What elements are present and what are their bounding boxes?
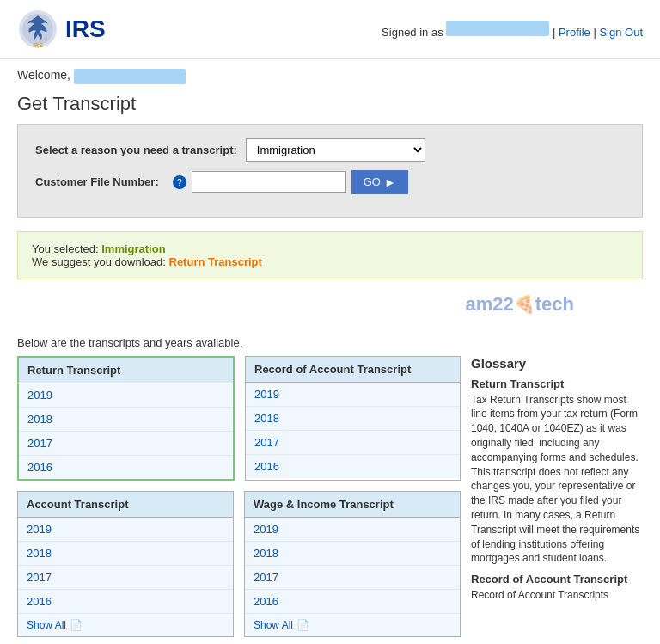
record-of-account-box: Record of Account Transcript 2019 2018 2… [245, 356, 461, 481]
return-transcript-2017[interactable]: 2017 [19, 432, 233, 456]
you-selected-label: You selected: [32, 242, 99, 255]
left-transcript-area: Return Transcript 2019 2018 2017 2016 Re… [17, 356, 461, 637]
record-of-account-2018[interactable]: 2018 [246, 407, 460, 431]
return-transcript-2018[interactable]: 2018 [19, 408, 233, 432]
cfn-input[interactable] [192, 171, 346, 193]
welcome-text: Welcome, [17, 68, 70, 82]
cfn-help-icon[interactable]: ? [173, 175, 186, 189]
cfn-label: Customer File Number: [35, 175, 159, 188]
am22-text: am22 [465, 293, 513, 316]
glossary-section: Glossary Return Transcript Tax Return Tr… [471, 356, 643, 637]
transcript-grid: Return Transcript 2019 2018 2017 2016 Re… [0, 356, 660, 644]
reason-select[interactable]: Immigration Higher Education/Student Aid… [246, 138, 425, 162]
transcript-form: Select a reason you need a transcript: I… [17, 124, 643, 218]
glossary-term-return-transcript: Return Transcript [471, 377, 643, 390]
wage-income-transcript-2018[interactable]: 2018 [245, 542, 460, 566]
we-suggest-row: We suggest you download: Return Transcri… [32, 255, 628, 268]
go-arrow-icon: ► [384, 175, 396, 189]
we-suggest-label: We suggest you download: [32, 255, 166, 268]
header-user-info: Signed in as | Profile | Sign Out [382, 21, 643, 39]
return-transcript-2016[interactable]: 2016 [19, 456, 233, 479]
wage-income-transcript-header: Wage & Income Transcript [245, 492, 460, 518]
signed-in-label: Signed in as [382, 26, 443, 39]
show-all-icon: 📄 [70, 619, 82, 631]
wage-income-transcript-box: Wage & Income Transcript 2019 2018 2017 … [244, 491, 461, 637]
signout-link[interactable]: Sign Out [599, 26, 643, 39]
account-transcript-show-all[interactable]: Show All 📄 [18, 614, 233, 636]
selection-notice: You selected: Immigration We suggest you… [17, 231, 643, 279]
profile-link[interactable]: Profile [559, 26, 590, 39]
record-of-account-2017[interactable]: 2017 [246, 431, 460, 455]
page-header: IRS IRS Signed in as | Profile | Sign Ou… [0, 0, 660, 59]
am22-icon: 🍕 [514, 294, 535, 315]
watermark-area: am22🍕tech [17, 293, 643, 328]
wage-income-transcript-2016[interactable]: 2016 [245, 590, 460, 614]
glossary-desc-return-transcript: Tax Return Transcripts show most line it… [471, 393, 643, 567]
go-label: GO [364, 175, 381, 188]
show-all-label: Show All [27, 619, 66, 631]
go-button[interactable]: GO ► [351, 170, 408, 194]
transcript-row-2: Account Transcript 2019 2018 2017 2016 S… [17, 491, 461, 637]
glossary-term-record-of-account: Record of Account Transcript [471, 573, 643, 586]
account-transcript-header: Account Transcript [18, 492, 233, 518]
svg-text:IRS: IRS [33, 42, 43, 48]
irs-logo: IRS IRS [17, 9, 106, 50]
signed-in-name [446, 21, 549, 36]
welcome-name [74, 69, 186, 84]
separator1: | [553, 26, 559, 39]
selected-value: Immigration [101, 242, 165, 255]
header-links: Profile | Sign Out [559, 26, 643, 39]
account-transcript-2019[interactable]: 2019 [18, 518, 233, 542]
record-of-account-header: Record of Account Transcript [246, 357, 460, 383]
wage-income-transcript-2019[interactable]: 2019 [245, 518, 460, 542]
cfn-row: Customer File Number: ? GO ► [35, 170, 625, 194]
show-all-label-2: Show All [254, 619, 293, 631]
am22tech-watermark: am22🍕tech [465, 293, 574, 316]
irs-text: IRS [65, 15, 106, 43]
return-transcript-box: Return Transcript 2019 2018 2017 2016 [17, 356, 235, 481]
glossary-desc-record-of-account: Record of Account Transcripts [471, 588, 643, 603]
account-transcript-2016[interactable]: 2016 [18, 590, 233, 614]
return-transcript-header: Return Transcript [19, 358, 233, 383]
record-of-account-2016[interactable]: 2016 [246, 455, 460, 478]
reason-label: Select a reason you need a transcript: [35, 144, 237, 156]
tech-text: tech [535, 293, 574, 316]
wage-income-transcript-show-all[interactable]: Show All 📄 [245, 614, 460, 636]
show-all-icon-2: 📄 [296, 619, 309, 631]
suggest-link[interactable]: Return Transcript [169, 255, 262, 268]
irs-emblem-icon: IRS [17, 9, 58, 50]
glossary-title: Glossary [471, 356, 643, 371]
transcript-row-1: Return Transcript 2019 2018 2017 2016 Re… [17, 356, 461, 481]
below-transcripts-text: Below are the transcripts and years avai… [0, 328, 660, 356]
account-transcript-2017[interactable]: 2017 [18, 566, 233, 590]
return-transcript-2019[interactable]: 2019 [19, 383, 233, 408]
page-title: Get Transcript [0, 89, 660, 124]
you-selected-row: You selected: Immigration [32, 242, 628, 255]
account-transcript-box: Account Transcript 2019 2018 2017 2016 S… [17, 491, 234, 637]
record-of-account-2019[interactable]: 2019 [246, 383, 460, 407]
welcome-bar: Welcome, [0, 59, 660, 89]
wage-income-transcript-2017[interactable]: 2017 [245, 566, 460, 590]
reason-row: Select a reason you need a transcript: I… [35, 138, 625, 162]
account-transcript-2018[interactable]: 2018 [18, 542, 233, 566]
